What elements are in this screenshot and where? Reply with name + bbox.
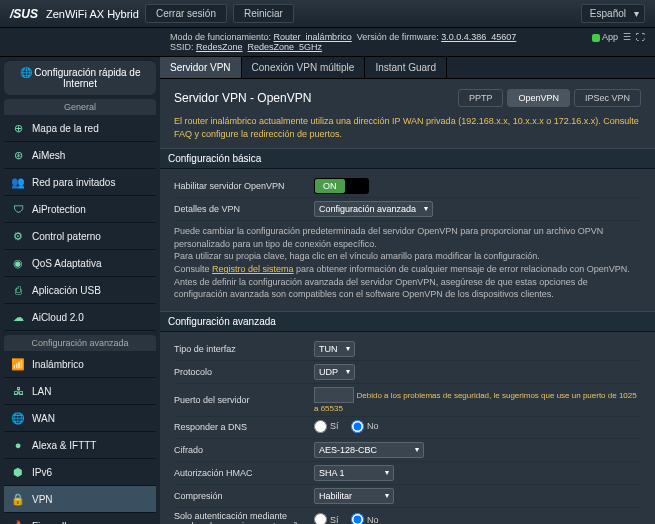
tab-instant-guard[interactable]: Instant Guard	[365, 57, 447, 78]
sidebar-item-aiprotection[interactable]: 🛡AiProtection	[4, 196, 156, 223]
logout-button[interactable]: Cerrar sesión	[145, 4, 227, 23]
sidebar-item-aimesh[interactable]: ⊛AiMesh	[4, 142, 156, 169]
vpn-icon: 🔒	[10, 491, 26, 507]
cipher-label: Cifrado	[174, 445, 314, 455]
globe-icon: ⊕	[10, 120, 26, 136]
auth-yes-radio[interactable]: Sí	[314, 513, 339, 524]
ipv6-icon: ⬢	[10, 464, 26, 480]
mode-ipsec-button[interactable]: IPSec VPN	[574, 89, 641, 107]
ssid-link[interactable]: RedesZone	[196, 42, 243, 52]
iface-select[interactable]: TUN	[314, 341, 355, 357]
port-input[interactable]	[314, 387, 354, 403]
enable-toggle[interactable]: ON	[314, 178, 369, 194]
voice-icon: ●	[10, 437, 26, 453]
page-title: Servidor VPN - OpenVPN	[174, 91, 454, 105]
hmac-label: Autorización HMAC	[174, 468, 314, 478]
dns-yes-radio[interactable]: Sí	[314, 420, 339, 433]
model-name: ZenWiFi AX Hybrid	[46, 8, 139, 20]
sidebar-item-ipv6[interactable]: ⬢IPv6	[4, 459, 156, 486]
shield-icon: 🛡	[10, 201, 26, 217]
comp-select[interactable]: Habilitar	[314, 488, 394, 504]
firmware-link[interactable]: 3.0.0.4.386_45607	[441, 32, 516, 42]
sidebar-item-aicloud[interactable]: ☁AiCloud 2.0	[4, 304, 156, 331]
hmac-select[interactable]: SHA 1	[314, 465, 394, 481]
sidebar-item-wan[interactable]: 🌐WAN	[4, 405, 156, 432]
proto-label: Protocolo	[174, 367, 314, 377]
auth-no-radio[interactable]: No	[351, 513, 379, 524]
auth-label: Solo autenticación mediante nombre de us…	[174, 511, 314, 524]
ssid5-link[interactable]: RedesZone_5GHz	[248, 42, 323, 52]
cloud-icon: ☁	[10, 309, 26, 325]
port-warning: Debido a los problemas de seguridad, le …	[314, 391, 637, 413]
guest-icon: 👥	[10, 174, 26, 190]
cipher-select[interactable]: AES-128-CBC	[314, 442, 424, 458]
desc-text: Puede cambiar la configuración predeterm…	[174, 221, 641, 305]
mode-openvpn-button[interactable]: OpenVPN	[507, 89, 570, 107]
sidebar-item-firewall[interactable]: 🔥Firewall	[4, 513, 156, 524]
sidebar-item-lan[interactable]: 🖧LAN	[4, 378, 156, 405]
sidebar-item-vpn[interactable]: 🔒VPN	[4, 486, 156, 513]
wifi-icon: 📶	[10, 356, 26, 372]
dns-label: Responder a DNS	[174, 422, 314, 432]
section-advanced: Configuración avanzada	[160, 311, 655, 332]
top-bar: /SUS ZenWiFi AX Hybrid Cerrar sesión Rei…	[0, 0, 655, 28]
lan-icon: 🖧	[10, 383, 26, 399]
sidebar-head-general: General	[4, 99, 156, 115]
syslog-link[interactable]: Registro del sistema	[212, 264, 294, 274]
sidebar: 🌐 Configuración rápida de Internet Gener…	[0, 57, 160, 524]
dns-no-radio[interactable]: No	[351, 420, 379, 433]
sidebar-item-usb[interactable]: ⎙Aplicación USB	[4, 277, 156, 304]
tabs: Servidor VPN Conexión VPN múltiple Insta…	[160, 57, 655, 79]
sidebar-head-advanced: Configuración avanzada	[4, 335, 156, 351]
details-select[interactable]: Configuración avanzada	[314, 201, 433, 217]
sidebar-item-parental[interactable]: ⚙Control paterno	[4, 223, 156, 250]
tab-vpn-fusion[interactable]: Conexión VPN múltiple	[242, 57, 366, 78]
qis-button[interactable]: 🌐 Configuración rápida de Internet	[4, 61, 156, 95]
sidebar-item-alexa[interactable]: ●Alexa & IFTTT	[4, 432, 156, 459]
sidebar-item-qos[interactable]: ◉QoS Adaptativa	[4, 250, 156, 277]
section-basic: Configuración básica	[160, 148, 655, 169]
comp-label: Compresión	[174, 491, 314, 501]
proto-select[interactable]: UDP	[314, 364, 355, 380]
mesh-icon: ⊛	[10, 147, 26, 163]
reboot-button[interactable]: Reiniciar	[233, 4, 294, 23]
gauge-icon: ◉	[10, 255, 26, 271]
info-bar: Modo de funcionamiento: Router_inalámbri…	[0, 28, 655, 57]
parental-icon: ⚙	[10, 228, 26, 244]
wan-icon: 🌐	[10, 410, 26, 426]
tab-vpn-server[interactable]: Servidor VPN	[160, 57, 242, 78]
sidebar-item-wireless[interactable]: 📶Inalámbrico	[4, 351, 156, 378]
app-indicator: App ☰ ⛶	[592, 32, 645, 42]
usb-icon: ⎙	[10, 282, 26, 298]
main-panel: Servidor VPN Conexión VPN múltiple Insta…	[160, 57, 655, 524]
wan-ip-notice: El router inalámbrico actualmente utiliz…	[174, 115, 641, 140]
sidebar-item-guest[interactable]: 👥Red para invitados	[4, 169, 156, 196]
firewall-icon: 🔥	[10, 518, 26, 524]
sidebar-item-network-map[interactable]: ⊕Mapa de la red	[4, 115, 156, 142]
iface-label: Tipo de interfaz	[174, 344, 314, 354]
brand-logo: /SUS	[10, 7, 38, 21]
mode-pptp-button[interactable]: PPTP	[458, 89, 504, 107]
details-label: Detalles de VPN	[174, 204, 314, 214]
port-label: Puerto del servidor	[174, 395, 314, 405]
language-select[interactable]: Español	[581, 4, 645, 23]
enable-label: Habilitar servidor OpenVPN	[174, 181, 314, 191]
op-mode-link[interactable]: Router_inalámbrico	[274, 32, 352, 42]
